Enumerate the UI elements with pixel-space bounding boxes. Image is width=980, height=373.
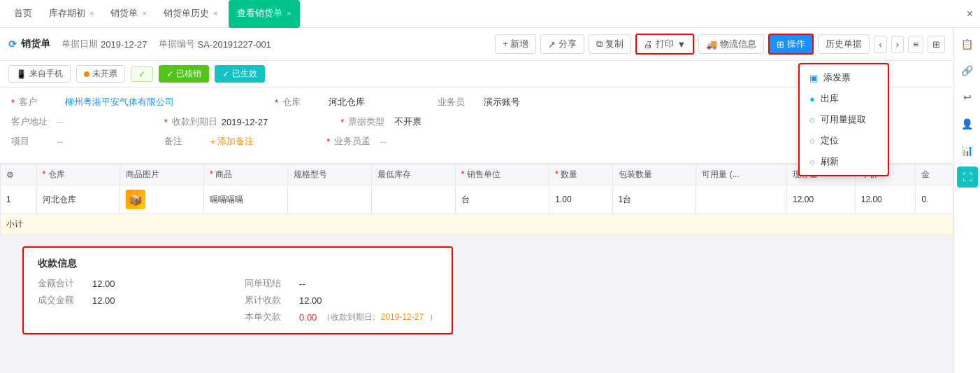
col-gear[interactable]: ⚙ (1, 164, 37, 185)
payment-date-field: * 收款到期日 2019-12-27 (164, 115, 268, 128)
extract-label: 可用量提取 (821, 113, 866, 126)
header-actions: + 新增 ↗ 分享 ⧉ 复制 🖨 打印 ▼ 🚚 物流信息 (495, 34, 945, 55)
col-product-img: 商品图片 (120, 164, 204, 185)
nav-next-button[interactable]: › (891, 36, 904, 53)
col-unit: * 销售单位 (455, 164, 549, 185)
address-field: 客户地址 -- (11, 115, 64, 128)
not-open-button[interactable]: 未开票 (76, 65, 125, 83)
tab-inventory-init[interactable]: 库存期初 × (41, 0, 102, 28)
user-icon: 👤 (961, 118, 973, 129)
sidebar-icon-link[interactable]: 🔗 (957, 60, 978, 81)
sidebar-icon-return[interactable]: ↩ (957, 87, 978, 108)
col-warehouse: * 仓库 (36, 164, 120, 185)
tab-inventory-close[interactable]: × (89, 9, 94, 17)
doc-date-value: 2019-12-27 (101, 39, 147, 50)
ticket-type-label: 票据类型 (348, 115, 390, 128)
col-available: 可用量 (... (696, 164, 787, 185)
sidebar-icon-chart[interactable]: 📊 (957, 140, 978, 161)
new-button[interactable]: + 新增 (495, 34, 536, 54)
tab-history-close[interactable]: × (213, 9, 217, 17)
copy-icon: ⧉ (596, 38, 603, 50)
payment-date-required-star: * (164, 117, 168, 127)
tab-view-label: 查看销货单 (237, 7, 282, 20)
staff-field: 业务员 演示账号 (438, 96, 520, 108)
arrears-label: 本单欠款 (245, 311, 294, 323)
sales-staff-field: * 业务员孟 -- (326, 135, 387, 148)
print-dropdown-arrow[interactable]: ▼ (677, 39, 686, 50)
refresh-icon: ○ (809, 157, 815, 167)
effective-label: 已生效 (232, 68, 257, 80)
share-icon: ↗ (548, 39, 556, 50)
row-price: 12.00 (855, 185, 916, 214)
nav-prev-button[interactable]: ‹ (874, 36, 886, 53)
payment-date-label: 收款到期日 (172, 115, 217, 128)
table-row: 1 河北仓库 📦 嗝嗝嗝嗝 台 1.00 1台 12.00 12.00 (1, 185, 953, 214)
col-spec: 规格型号 (288, 164, 372, 185)
copy-label: 复制 (605, 38, 624, 50)
subtotal-label: 小计 (1, 214, 953, 235)
tab-history-label: 销货单历史 (164, 7, 209, 20)
customer-value[interactable]: 柳州粤港平安气体有限公司 (65, 96, 174, 108)
row-amount: 0. (916, 185, 953, 214)
tab-sales-history[interactable]: 销货单历史 × (155, 0, 226, 28)
doc-number-field: 单据编号 SA-20191227-001 (159, 38, 272, 50)
gear-icon: ⚙ (6, 170, 14, 180)
tab-sales-order[interactable]: 销货单 × (102, 0, 154, 28)
doc-number-value: SA-20191227-001 (198, 39, 272, 50)
window-close-button[interactable]: × (967, 8, 973, 20)
outbound-item[interactable]: ● 出库 (800, 88, 888, 109)
same-order-settlement-item: 同单现结 -- (245, 277, 438, 290)
sidebar-icon-expand[interactable]: ⛶ (957, 167, 978, 188)
project-field: 项目 -- (11, 135, 64, 148)
arrears-value: 0.00 (299, 312, 317, 323)
view-list-button[interactable]: ≡ (908, 36, 923, 53)
cumulative-payment-item: 累计收款 12.00 (245, 294, 438, 307)
tab-inventory-label: 库存期初 (49, 7, 85, 20)
sidebar-icon-clipboard[interactable]: 📋 (957, 34, 978, 55)
tab-view-sales[interactable]: 查看销货单 × (229, 0, 299, 28)
check-icon: ✓ (138, 69, 145, 79)
subtotal-row: 小计 (1, 214, 953, 235)
add-invoice-item[interactable]: ▣ 添发票 (800, 67, 888, 88)
page: 首页 库存期初 × 销货单 × 销货单历史 × 查看销货单 × × ⟳ 销货单 (0, 0, 980, 373)
print-button[interactable]: 🖨 打印 ▼ (635, 34, 694, 55)
sales-staff-label: 业务员孟 (334, 135, 376, 148)
payment-due-value: 2019-12-27 (381, 312, 424, 322)
operation-button[interactable]: ⊞ 操作 (768, 34, 814, 55)
col-min-stock: 最低库存 (371, 164, 455, 185)
warehouse-required-star: * (275, 97, 278, 108)
col-product: * 商品 (204, 164, 288, 185)
customer-field: * 客户 柳州粤港平安气体有限公司 (11, 96, 174, 108)
check-button[interactable]: ✓ (131, 66, 153, 82)
logistics-button[interactable]: 🚚 物流信息 (698, 34, 764, 54)
row-stock: 12.00 (787, 185, 856, 214)
view-grid-button[interactable]: ⊞ (928, 36, 945, 53)
row-spec (288, 185, 372, 214)
add-note-button[interactable]: + 添加备注 (210, 135, 254, 148)
row-quantity: 1.00 (549, 185, 612, 214)
transaction-value: 12.00 (92, 295, 115, 306)
tab-view-close[interactable]: × (287, 9, 291, 17)
from-phone-button[interactable]: 📱 来自手机 (8, 65, 71, 83)
tab-sales-close[interactable]: × (142, 9, 146, 17)
available-extract-item[interactable]: ○ 可用量提取 (800, 109, 888, 130)
transaction-label: 成交金额 (38, 294, 87, 307)
history-button[interactable]: 历史单据 (818, 34, 870, 54)
copy-button[interactable]: ⧉ 复制 (589, 34, 631, 54)
col-amount: 金 (916, 164, 953, 185)
total-amount-item: 金额合计 12.00 (38, 277, 231, 290)
effective-button[interactable]: ✓ 已生效 (215, 65, 265, 83)
refresh-item[interactable]: ○ 刷新 (800, 151, 888, 172)
link-icon: 🔗 (961, 65, 973, 76)
tab-bar: 首页 库存期初 × 销货单 × 销货单历史 × 查看销货单 × × (0, 0, 980, 28)
tab-home[interactable]: 首页 (6, 0, 41, 28)
total-label: 金额合计 (38, 277, 87, 290)
doc-title-text: 销货单 (21, 38, 50, 50)
cancelled-button[interactable]: ✓ 已核销 (159, 65, 209, 83)
cumulative-value: 12.00 (299, 295, 322, 306)
locate-item[interactable]: ○ 定位 (800, 130, 888, 151)
tab-sales-label: 销货单 (110, 7, 138, 20)
sidebar-icon-user[interactable]: 👤 (957, 113, 978, 134)
ticket-type-field: * 票据类型 不开票 (340, 115, 421, 128)
share-button[interactable]: ↗ 分享 (540, 34, 584, 54)
